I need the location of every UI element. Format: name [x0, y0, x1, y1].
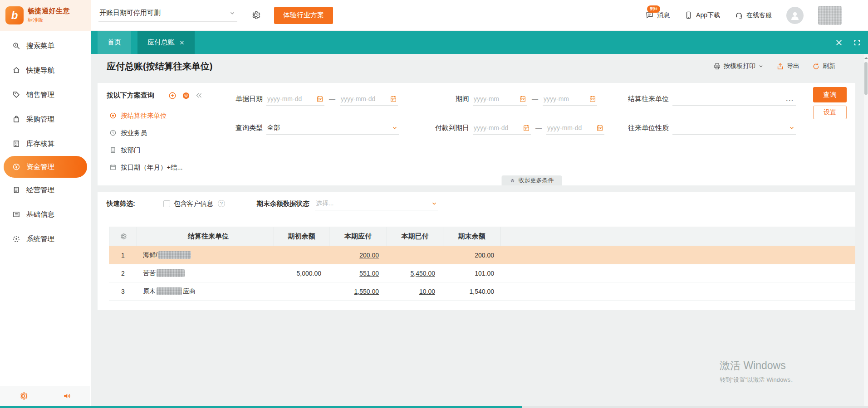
table-row[interactable]: 3 原木 应商 1,550.00 10.00 1,540.00	[109, 282, 855, 301]
partner-nature-select[interactable]	[672, 121, 796, 135]
row-filler	[500, 264, 855, 282]
printer-icon	[713, 63, 721, 70]
sidebar-item-sales[interactable]: 销售管理	[0, 83, 91, 107]
scheme-by-partner[interactable]: 按结算往来单位	[98, 107, 208, 124]
fullscreen-icon[interactable]	[853, 39, 861, 46]
search-icon	[12, 42, 20, 50]
partner-nature-label: 往来单位性质	[626, 124, 669, 132]
scheme-settings-icon[interactable]	[182, 92, 190, 100]
app-download-button[interactable]: App下载	[684, 11, 720, 19]
quick-filter-label: 快速筛选:	[107, 199, 135, 208]
period-to-input[interactable]: yyyy-mm	[543, 92, 597, 106]
online-support-button[interactable]: 在线客服	[735, 11, 772, 19]
add-scheme-icon[interactable]	[168, 92, 177, 100]
list-icon	[12, 210, 20, 219]
payable-amount-link[interactable]: 200.00	[359, 252, 379, 259]
due-date-to-input[interactable]: yyyy-mm-dd	[546, 121, 604, 135]
partner-name-text: 苦苦	[143, 269, 156, 277]
sidebar-item-label: 销售管理	[26, 90, 54, 100]
scheme-by-date[interactable]: 按日期（年月）+结...	[98, 159, 208, 176]
messages-button[interactable]: 99+ 消息	[645, 11, 670, 19]
horizontal-scrollbar[interactable]	[0, 406, 868, 408]
sidebar-item-system[interactable]: 系统管理	[0, 227, 91, 251]
range-dash: —	[535, 124, 542, 131]
column-header-closing[interactable]: 期末余额	[443, 227, 500, 246]
sidebar-item-operations[interactable]: 经营管理	[0, 178, 91, 202]
sidebar-item-inventory[interactable]: 库存核算	[0, 131, 91, 156]
calendar-icon[interactable]	[523, 124, 530, 131]
column-settings-gear-icon[interactable]	[120, 233, 127, 240]
close-all-tabs-icon[interactable]	[835, 39, 843, 46]
refresh-button[interactable]: 刷新	[812, 62, 835, 70]
balance-status-select[interactable]: 选择...	[315, 197, 438, 210]
vertical-scrollbar[interactable]	[864, 54, 868, 406]
column-header-paid[interactable]: 本期已付	[387, 227, 443, 246]
include-customer-label: 包含客户信息	[174, 199, 213, 208]
include-customer-checkbox[interactable]	[163, 200, 170, 207]
vertical-scrollbar-thumb[interactable]	[864, 62, 868, 95]
closing-balance-cell: 1,540.00	[443, 282, 500, 300]
sidebar-item-label: 系统管理	[26, 234, 54, 244]
scheme-by-salesperson[interactable]: 按业务员	[98, 124, 208, 141]
doc-date-from-input[interactable]: yyyy-mm-dd	[266, 92, 324, 106]
document-icon	[12, 186, 20, 194]
date-placeholder: yyyy-mm-dd	[267, 95, 302, 102]
tab-accounts-payable[interactable]: 应付总账	[137, 31, 195, 54]
table-row[interactable]: 2 苦苦 5,000.00 551.00 5,450.00 101.00	[109, 264, 855, 282]
trial-plan-button[interactable]: 体验行业方案	[274, 7, 333, 24]
collapse-more-conditions[interactable]: 收起更多条件	[502, 175, 562, 185]
doc-date-to-input[interactable]: yyyy-mm-dd	[340, 92, 398, 106]
paid-amount-link[interactable]: 5,450.00	[411, 270, 436, 277]
range-dash: —	[329, 95, 335, 102]
query-type-select[interactable]: 全部	[266, 121, 399, 135]
tab-home[interactable]: 首页	[98, 31, 131, 54]
calendar-icon[interactable]	[316, 95, 324, 102]
app-logo[interactable]: b 畅捷通好生意 标准版	[0, 0, 91, 31]
doc-date-label: 单据日期	[231, 95, 263, 103]
period-from-input[interactable]: yyyy-mm	[473, 92, 527, 106]
sidebar-item-purchase[interactable]: 采购管理	[0, 107, 91, 131]
column-header-opening[interactable]: 期初余额	[274, 227, 329, 246]
partner-input[interactable]: ...	[672, 92, 796, 106]
row-number: 1	[109, 246, 137, 264]
collapse-more-label: 收起更多条件	[519, 176, 554, 185]
account-set-label: 开账日期可停用可删	[99, 9, 161, 17]
export-button[interactable]: 导出	[776, 62, 799, 70]
opening-balance-cell	[274, 246, 329, 264]
sidebar-item-quick-nav[interactable]: 快捷导航	[0, 58, 91, 83]
sidebar-item-funds[interactable]: 资金管理	[4, 156, 87, 178]
calendar-icon[interactable]	[519, 95, 526, 102]
payable-amount-link[interactable]: 1,550.00	[354, 288, 379, 295]
calendar-icon[interactable]	[589, 95, 596, 102]
announcement-icon[interactable]	[63, 392, 71, 400]
due-date-from-input[interactable]: yyyy-mm-dd	[473, 121, 531, 135]
calendar-icon[interactable]	[390, 95, 397, 102]
sidebar-item-base-info[interactable]: 基础信息	[0, 202, 91, 227]
search-button[interactable]: 查询	[813, 87, 847, 102]
horizontal-scrollbar-thumb[interactable]	[0, 406, 522, 408]
avatar[interactable]	[786, 7, 804, 24]
scheme-by-department[interactable]: 按部门	[98, 141, 208, 159]
footer-gear-icon[interactable]	[19, 392, 28, 400]
calendar-icon[interactable]	[596, 124, 603, 131]
print-by-template-button[interactable]: 按模板打印	[713, 62, 764, 70]
main-content: 应付总账(按结算往来单位) 按模板打印 导出 刷新 按以下方案查询	[91, 54, 868, 406]
column-header-partner[interactable]: 结算往来单位	[137, 227, 274, 246]
help-icon[interactable]: ?	[218, 200, 225, 207]
account-set-dropdown[interactable]: 开账日期可停用可删	[98, 9, 237, 22]
sidebar-item-search-menu[interactable]: 搜索菜单	[0, 34, 91, 58]
query-scheme-title: 按以下方案查询	[107, 91, 163, 100]
payable-amount-link[interactable]: 551.00	[359, 270, 379, 277]
scroll-up-arrow[interactable]	[864, 56, 868, 59]
sidebar-item-label: 库存核算	[26, 139, 54, 149]
settings-button[interactable]: 设置	[813, 106, 847, 119]
column-header-payable[interactable]: 本期应付	[329, 227, 387, 246]
tab-close-icon[interactable]	[179, 40, 185, 45]
table-row[interactable]: 1 海鲜/ 200.00 200.00	[109, 246, 855, 264]
tab-home-label: 首页	[108, 38, 121, 47]
page-title: 应付总账(按结算往来单位)	[107, 60, 212, 73]
collapse-panel-icon[interactable]	[196, 92, 202, 99]
paid-amount-link[interactable]: 10.00	[419, 288, 435, 295]
partner-more-button[interactable]: ...	[786, 95, 794, 102]
settings-gear-icon[interactable]	[251, 10, 260, 20]
